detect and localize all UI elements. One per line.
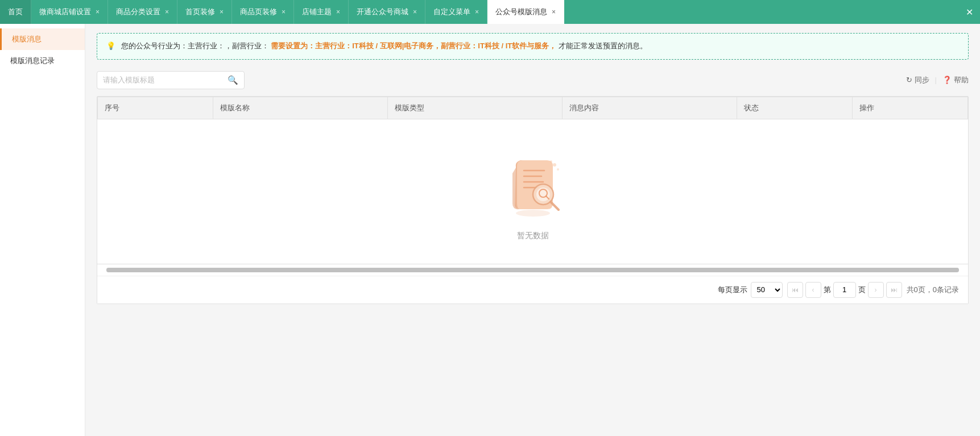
tab-weishop[interactable]: 微商城店铺设置×: [31, 0, 108, 24]
table-header-模版名称: 模版名称: [213, 97, 388, 119]
tab-home[interactable]: 首页: [0, 0, 31, 24]
toolbar-divider: |: [935, 76, 937, 84]
empty-state: 暂无数据: [97, 119, 968, 264]
sidebar: 模版消息模版消息记录: [0, 24, 85, 436]
tab-close-homepage[interactable]: ×: [220, 8, 224, 16]
notice-box: 💡 您的公众号行业为：主营行业：，副营行业： 需要设置为：主营行业：IT科技 /…: [97, 33, 969, 60]
tab-close-product[interactable]: ×: [282, 8, 286, 16]
notice-highlight: 需要设置为：主营行业：IT科技 / 互联网|电子商务，副营行业：IT科技 / I…: [271, 41, 556, 50]
last-page-button[interactable]: ⏭: [886, 282, 902, 298]
fake-scrollbar[interactable]: [106, 268, 959, 272]
svg-point-12: [550, 160, 552, 163]
scrollbar-thumb[interactable]: [106, 268, 959, 272]
tab-bar: 首页微商城店铺设置×商品分类设置×首页装修×商品页装修×店铺主题×开通公众号商城…: [0, 0, 980, 24]
search-input[interactable]: [103, 76, 228, 84]
page-input[interactable]: [833, 282, 856, 298]
scroll-bar-area: [97, 264, 968, 276]
tab-label-theme: 店铺主题: [302, 7, 332, 17]
notice-prefix: 您的公众号行业为：主营行业：，副营行业：: [121, 41, 269, 50]
tab-label-mall: 开通公众号商城: [357, 7, 408, 17]
tab-label-weishop: 微商城店铺设置: [39, 7, 91, 17]
tab-close-weishop[interactable]: ×: [96, 8, 100, 16]
table-header-消息内容: 消息内容: [562, 97, 737, 119]
search-bar: 🔍 ↻ 同步 | ❓ 帮助: [97, 71, 969, 89]
sidebar-item-template-record[interactable]: 模版消息记录: [0, 50, 85, 72]
tab-close-mall[interactable]: ×: [413, 8, 417, 16]
tab-close-category[interactable]: ×: [165, 8, 169, 16]
help-label: 帮助: [954, 75, 969, 85]
tab-label-category: 商品分类设置: [116, 7, 160, 17]
page-suffix: 页: [858, 285, 866, 295]
tab-label-product: 商品页装修: [240, 7, 277, 17]
tab-product[interactable]: 商品页装修×: [232, 0, 294, 24]
table-header-序号: 序号: [98, 97, 213, 119]
per-page-selector: 每页显示 50 20 100: [718, 282, 783, 298]
tab-label-home: 首页: [8, 7, 23, 17]
search-button[interactable]: 🔍: [228, 75, 238, 85]
notice-suffix: 才能正常发送预置的消息。: [559, 41, 647, 50]
sidebar-item-template-msg[interactable]: 模版消息: [0, 28, 85, 50]
sync-label: 同步: [915, 75, 929, 85]
tab-mall[interactable]: 开通公众号商城×: [349, 0, 425, 24]
svg-point-0: [516, 210, 550, 217]
page-prefix: 第: [824, 285, 831, 295]
table-wrapper: 序号模版名称模版类型消息内容状态操作: [97, 96, 969, 304]
pagination-nav: ⏮ ‹ 第 页 › ⏭: [787, 282, 902, 298]
content-area: 💡 您的公众号行业为：主营行业：，副营行业： 需要设置为：主营行业：IT科技 /…: [85, 24, 980, 436]
tab-close-template[interactable]: ×: [552, 8, 556, 16]
data-table: 序号模版名称模版类型消息内容状态操作: [97, 97, 968, 119]
svg-point-11: [557, 168, 559, 171]
tab-label-homepage: 首页装修: [185, 7, 215, 17]
first-page-button[interactable]: ⏮: [787, 282, 803, 298]
prev-page-button[interactable]: ‹: [805, 282, 821, 298]
tab-homepage[interactable]: 首页装修×: [177, 0, 232, 24]
tab-close-theme[interactable]: ×: [336, 8, 340, 16]
table-header-模版类型: 模版类型: [388, 97, 563, 119]
help-button[interactable]: ❓ 帮助: [942, 75, 969, 85]
pagination: 每页显示 50 20 100 ⏮ ‹ 第 页 › ⏭ 共0页，0条记: [97, 276, 968, 304]
page-size-select[interactable]: 50 20 100: [751, 282, 783, 298]
tab-theme[interactable]: 店铺主题×: [294, 0, 349, 24]
per-page-label: 每页显示: [718, 285, 747, 295]
tab-label-template: 公众号模版消息: [495, 7, 547, 17]
tab-category[interactable]: 商品分类设置×: [108, 0, 177, 24]
tab-label-menu: 自定义菜单: [433, 7, 470, 17]
table-header-状态: 状态: [737, 97, 852, 119]
empty-text: 暂无数据: [517, 231, 549, 241]
svg-point-10: [553, 163, 556, 167]
toolbar-right: ↻ 同步 | ❓ 帮助: [906, 75, 969, 85]
search-input-wrap: 🔍: [97, 71, 245, 89]
help-icon: ❓: [942, 76, 952, 84]
tab-menu[interactable]: 自定义菜单×: [425, 0, 487, 24]
main-layout: 模版消息模版消息记录 💡 您的公众号行业为：主营行业：，副营行业： 需要设置为：…: [0, 24, 980, 436]
close-all-button[interactable]: ✕: [966, 7, 980, 18]
tab-template[interactable]: 公众号模版消息×: [487, 0, 564, 24]
next-page-button[interactable]: ›: [868, 282, 884, 298]
tab-close-menu[interactable]: ×: [475, 8, 479, 16]
notice-icon: 💡: [106, 41, 115, 50]
page-total: 共0页，0条记录: [907, 285, 959, 295]
sync-button[interactable]: ↻ 同步: [906, 75, 929, 85]
empty-icon: [499, 153, 567, 222]
table-header-操作: 操作: [852, 97, 967, 119]
sync-icon: ↻: [906, 76, 912, 84]
